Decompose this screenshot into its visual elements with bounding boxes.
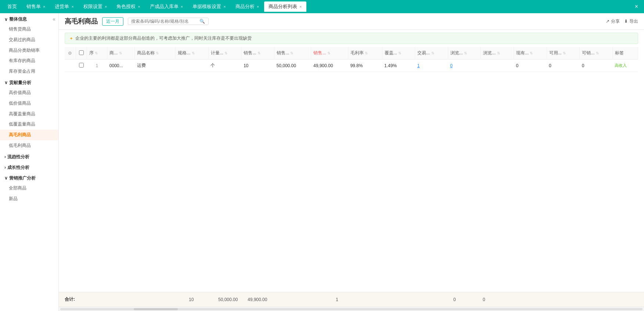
nav-tab-role[interactable]: 角色授权 × [112, 1, 144, 12]
close-finished-goods-tab[interactable]: × [181, 4, 183, 9]
table-header-current-stock[interactable]: 现有... ⇅ [514, 47, 547, 59]
sidebar-group-trend[interactable]: › 流趋性分析 [0, 151, 58, 162]
header-actions: ↗ 分享 ⬇ 导出 [606, 18, 638, 25]
row-browse1[interactable]: 0 [448, 59, 481, 72]
sidebar-item-stock-goods[interactable]: 有库存的商品 [0, 55, 58, 66]
row-settings [65, 59, 76, 72]
select-all-checkbox[interactable] [79, 50, 84, 55]
content-area: 高毛利商品 近一月 🔍 ↗ 分享 ⬇ 导出 ✦ 企业的主要的利润都是这部分商品创… [59, 13, 644, 311]
row-checkbox[interactable] [76, 59, 87, 72]
close-template-tab[interactable]: × [223, 4, 226, 9]
row-spec [176, 59, 209, 72]
content-header: 高毛利商品 近一月 🔍 ↗ 分享 ⬇ 导出 [59, 13, 644, 30]
sidebar-item-high-margin[interactable]: 高毛利商品 [0, 130, 58, 140]
row-sellable: 0 [580, 59, 613, 72]
close-all-tabs[interactable]: × [632, 3, 641, 10]
footer-sales-profit: 49,900.00 [245, 297, 275, 302]
search-icon[interactable]: 🔍 [199, 19, 205, 24]
sidebar-item-sales-goods[interactable]: 销售货商品 [0, 24, 58, 35]
table-row: 1 0000... 运费 个 10 50,000.00 49,900.00 99… [65, 59, 638, 72]
row-sales-amount: 50,000.00 [274, 59, 311, 72]
table-header-tag[interactable]: 标签 [612, 47, 638, 59]
nav-tab-sales[interactable]: 销售单 × [22, 1, 50, 12]
sidebar-item-all-goods[interactable]: 全部商品 [0, 183, 58, 194]
table-header-sales-amount[interactable]: 销售... ⇅ [274, 47, 311, 59]
nav-tab-template[interactable]: 单据模板设置 × [188, 1, 230, 12]
row-name[interactable]: 运费 [135, 59, 176, 72]
nav-tab-home[interactable]: 首页 [3, 1, 21, 12]
table-header-sales-profit[interactable]: 销售... ⇅ [311, 47, 348, 59]
sidebar-group-marketing[interactable]: ∨ 营销推广分析 [0, 172, 58, 183]
table-header-checkbox[interactable] [76, 47, 87, 59]
footer-available: 0 [451, 297, 481, 302]
period-button[interactable]: 近一月 [102, 17, 123, 26]
horizontal-scrollbar[interactable] [59, 307, 644, 311]
footer-sellable: 0 [481, 297, 510, 302]
share-icon: ↗ [606, 19, 609, 24]
close-product-analysis-list-tab[interactable]: × [299, 4, 302, 9]
top-navigation: 首页 销售单 × 进货单 × 权限设置 × 角色授权 × 产成品入库单 × 单据… [0, 0, 644, 13]
table-header-sellable[interactable]: 可销... ⇅ [580, 47, 613, 59]
table-header-browse2[interactable]: 浏览... ⇅ [481, 47, 514, 59]
sidebar-item-new-goods[interactable]: 新品 [0, 194, 58, 204]
close-purchase-tab[interactable]: × [71, 4, 73, 9]
data-table: ⚙ 序 ⇅ 商... ⇅ 商品名称 ⇅ 规格... ⇅ 计量... ⇅ 销售..… [65, 47, 638, 72]
sidebar-item-low-margin[interactable]: 低毛利商品 [0, 140, 58, 151]
sidebar-item-high-value[interactable]: 高价值商品 [0, 87, 58, 98]
export-button[interactable]: ⬇ 导出 [624, 18, 638, 25]
table-header-sales-qty[interactable]: 销售... ⇅ [241, 47, 274, 59]
scrollbar-thumb[interactable] [134, 308, 178, 310]
table-header-spec[interactable]: 规格... ⇅ [176, 47, 209, 59]
sidebar-group-contribution[interactable]: ∨ 贡献量分析 [0, 77, 58, 87]
sidebar-item-stock-capital[interactable]: 库存资金占用 [0, 66, 58, 77]
table-header-trade-count[interactable]: 交易... ⇅ [415, 47, 448, 59]
close-role-tab[interactable]: × [138, 4, 140, 9]
scrollbar-track[interactable] [60, 308, 643, 310]
row-trade-count[interactable]: 1 [415, 59, 448, 72]
search-box[interactable]: 🔍 [128, 18, 209, 25]
table-footer: 合计: 10 50,000.00 49,900.00 1 0 0 [59, 292, 644, 307]
sidebar-item-high-coverage[interactable]: 高覆盖量商品 [0, 109, 58, 119]
table-header-gross-margin[interactable]: 毛利率 ⇅ [348, 47, 382, 59]
table-header-coverage[interactable]: 覆盖... ⇅ [382, 47, 415, 59]
row-current-stock: 0 [514, 59, 547, 72]
sidebar-item-category-rate[interactable]: 商品分类助销率 [0, 45, 58, 56]
nav-tab-product-analysis[interactable]: 商品分析 × [231, 1, 263, 12]
page-title: 高毛利商品 [65, 17, 98, 26]
nav-tab-finished-goods[interactable]: 产成品入库单 × [145, 1, 187, 12]
info-icon: ✦ [69, 36, 73, 41]
search-input[interactable] [131, 19, 197, 24]
table-header-code[interactable]: 商... ⇅ [107, 47, 135, 59]
footer-empty-2 [275, 297, 334, 302]
row-select-checkbox[interactable] [79, 63, 84, 68]
close-sales-tab[interactable]: × [43, 4, 45, 9]
table-header-unit[interactable]: 计量... ⇅ [208, 47, 241, 59]
table-header-name[interactable]: 商品名称 ⇅ [135, 47, 176, 59]
sidebar-item-low-coverage[interactable]: 低覆盖量商品 [0, 119, 58, 130]
row-browse2 [481, 59, 514, 72]
close-product-analysis-tab[interactable]: × [257, 4, 259, 9]
footer-trade-count: 1 [334, 297, 363, 302]
row-sales-profit: 49,900.00 [311, 59, 348, 72]
chevron-right-icon-2: › [4, 165, 6, 170]
nav-tab-product-analysis-list[interactable]: 商品分析列表 × [264, 1, 306, 12]
nav-tab-purchase[interactable]: 进货单 × [50, 1, 78, 12]
table-container[interactable]: ⚙ 序 ⇅ 商... ⇅ 商品名称 ⇅ 规格... ⇅ 计量... ⇅ 销售..… [59, 47, 644, 292]
table-header-available[interactable]: 可用... ⇅ [547, 47, 580, 59]
main-layout: « ∨ 整体信息 销售货商品 交易过的商品 商品分类助销率 有库存的商品 库存资… [0, 13, 644, 311]
row-available: 0 [547, 59, 580, 72]
row-code[interactable]: 0000... [107, 59, 135, 72]
sidebar-item-low-value[interactable]: 低价值商品 [0, 98, 58, 109]
table-header-settings[interactable]: ⚙ [65, 47, 76, 59]
sidebar-item-traded-goods[interactable]: 交易过的商品 [0, 35, 58, 45]
row-tag: 高收入 [612, 59, 638, 72]
table-header-browse1[interactable]: 浏览... ⇅ [448, 47, 481, 59]
sidebar-group-growth[interactable]: › 成长性分析 [0, 162, 58, 172]
row-coverage: 1.49% [382, 59, 415, 72]
share-button[interactable]: ↗ 分享 [606, 18, 620, 25]
sidebar-group-overview[interactable]: ∨ 整体信息 [0, 13, 58, 24]
nav-tab-permission[interactable]: 权限设置 × [79, 1, 111, 12]
sidebar-collapse-btn[interactable]: « [53, 16, 55, 22]
chevron-down-icon-2: ∨ [4, 80, 8, 85]
close-permission-tab[interactable]: × [105, 4, 107, 9]
